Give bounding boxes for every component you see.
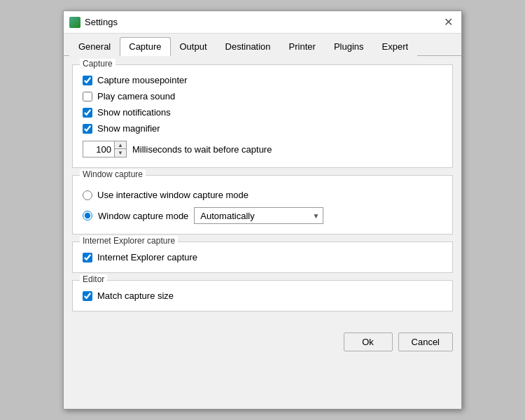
ie-capture-label: Internet Explorer capture: [97, 252, 197, 262]
ie-capture-section-label: Internet Explorer capture: [80, 236, 178, 246]
capture-mousepointer-label: Capture mousepointer: [97, 75, 188, 85]
match-capture-size-checkbox[interactable]: [83, 291, 92, 301]
ie-capture-row: Internet Explorer capture: [83, 252, 442, 262]
interactive-capture-radio[interactable]: [83, 190, 92, 200]
ok-button[interactable]: Ok: [344, 332, 393, 351]
spinner-up-button[interactable]: ▲: [115, 141, 126, 149]
milliseconds-label: Milliseconds to wait before capture: [132, 144, 272, 155]
match-capture-size-label: Match capture size: [97, 290, 174, 301]
show-magnifier-checkbox[interactable]: [83, 124, 92, 134]
window-mode-label: Window capture mode: [98, 211, 188, 221]
window-title: Settings: [85, 17, 118, 27]
milliseconds-input[interactable]: [83, 141, 114, 157]
window-mode-dropdown-wrapper: Automatically Front window All windows ▼: [194, 207, 323, 224]
window-capture-section-label: Window capture: [80, 169, 146, 179]
ie-capture-section: Internet Explorer capture Internet Explo…: [72, 241, 453, 273]
title-bar: Settings ✕: [64, 11, 461, 34]
spinner-down-button[interactable]: ▼: [115, 149, 126, 157]
match-size-row: Match capture size: [83, 290, 442, 301]
milliseconds-row: ▲ ▼ Milliseconds to wait before capture: [83, 141, 442, 158]
capture-mousepointer-checkbox[interactable]: [83, 76, 92, 85]
interactive-capture-label: Use interactive window capture mode: [97, 190, 248, 200]
tab-plugins[interactable]: Plugins: [325, 37, 373, 56]
content-area: Capture Capture mousepointer Play camera…: [64, 56, 461, 327]
spinner-buttons: ▲ ▼: [114, 141, 126, 157]
window-mode-row: Window capture mode Automatically Front …: [83, 207, 442, 224]
magnifier-row: Show magnifier: [83, 123, 442, 134]
mousepointer-row: Capture mousepointer: [83, 75, 442, 85]
tab-general[interactable]: General: [69, 37, 120, 56]
tab-expert[interactable]: Expert: [373, 37, 418, 56]
tab-printer[interactable]: Printer: [280, 37, 325, 56]
title-bar-left: Settings: [69, 17, 118, 28]
cancel-button[interactable]: Cancel: [398, 332, 453, 351]
footer: Ok Cancel: [64, 327, 461, 360]
editor-section: Editor Match capture size: [72, 280, 453, 312]
interactive-capture-row: Use interactive window capture mode: [83, 190, 442, 200]
tab-bar: General Capture Output Destination Print…: [64, 34, 461, 56]
notifications-row: Show notifications: [83, 107, 442, 118]
play-camera-sound-label: Play camera sound: [97, 91, 175, 102]
editor-section-label: Editor: [80, 274, 107, 284]
show-magnifier-label: Show magnifier: [97, 123, 160, 134]
camera-sound-row: Play camera sound: [83, 91, 442, 102]
capture-section-label: Capture: [80, 59, 115, 69]
tab-output[interactable]: Output: [171, 37, 216, 56]
settings-app-icon: [69, 17, 80, 28]
window-capture-section: Window capture Use interactive window ca…: [72, 175, 453, 234]
tab-capture[interactable]: Capture: [120, 37, 170, 56]
capture-section: Capture Capture mousepointer Play camera…: [72, 64, 453, 168]
window-mode-dropdown[interactable]: Automatically Front window All windows: [194, 207, 323, 224]
show-notifications-checkbox[interactable]: [83, 108, 92, 118]
tab-destination[interactable]: Destination: [216, 37, 280, 56]
ie-capture-checkbox[interactable]: [83, 253, 92, 262]
window-mode-radio[interactable]: [83, 211, 92, 220]
show-notifications-label: Show notifications: [97, 107, 171, 118]
play-camera-sound-checkbox[interactable]: [83, 92, 92, 102]
milliseconds-spinner: ▲ ▼: [83, 141, 127, 158]
settings-window: Settings ✕ General Capture Output Destin…: [63, 10, 462, 410]
close-button[interactable]: ✕: [440, 15, 456, 30]
